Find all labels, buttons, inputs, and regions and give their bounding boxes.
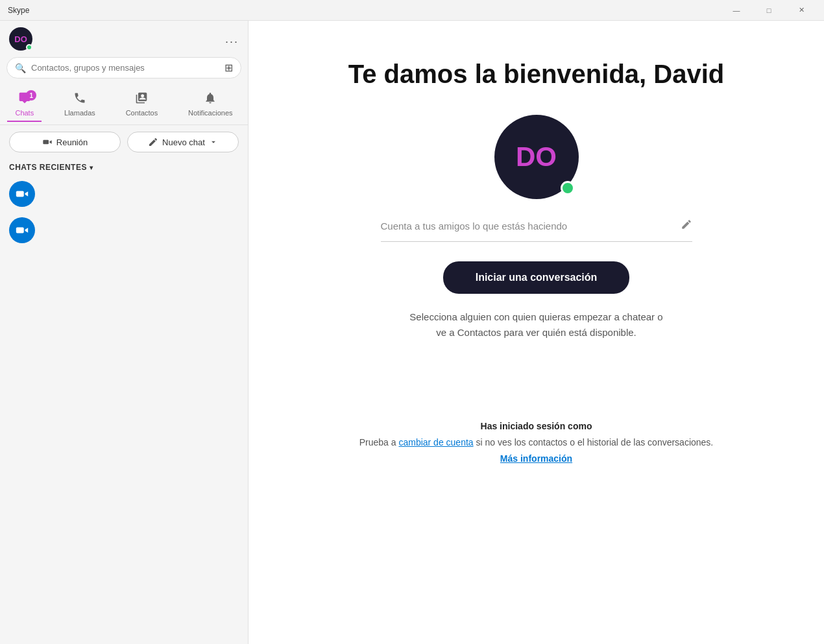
notifications-icon — [204, 91, 217, 108]
action-buttons: Reunión Nuevo chat — [0, 125, 248, 159]
svg-rect-0 — [43, 140, 49, 145]
svg-rect-2 — [16, 227, 24, 233]
meeting-icon — [42, 137, 53, 147]
video-call-icon-1 — [15, 187, 29, 201]
maximize-button[interactable]: □ — [754, 0, 784, 21]
start-conversation-button[interactable]: Iniciar una conversación — [443, 261, 630, 294]
contacts-icon — [135, 91, 148, 108]
tab-chats-label: Chats — [15, 109, 34, 117]
calls-icon — [73, 91, 86, 108]
bottom-text-1: Prueba a — [359, 437, 399, 447]
tab-calls-label: Llamadas — [64, 109, 95, 117]
window-controls: — □ ✕ — [721, 0, 816, 21]
status-placeholder: Cuenta a tus amigos lo que estás haciend… — [381, 221, 568, 232]
profile-online-dot — [561, 181, 575, 195]
tab-chats-badge: 1 — [26, 90, 36, 101]
svg-rect-1 — [16, 191, 24, 197]
new-chat-button[interactable]: Nuevo chat — [127, 132, 239, 152]
tab-notifications[interactable]: Notificaciones — [180, 88, 240, 122]
more-options-button[interactable]: ... — [225, 32, 239, 46]
video-call-icon-2 — [15, 223, 29, 237]
user-avatar[interactable]: DO — [9, 27, 32, 51]
sidebar: DO ... 🔍 ⊞ 1 Chats — [0, 21, 248, 644]
edit-status-icon[interactable] — [681, 219, 692, 233]
search-input[interactable] — [31, 63, 219, 73]
tab-notifications-label: Notificaciones — [188, 109, 232, 117]
welcome-title: Te damos la bienvenida, David — [348, 60, 724, 89]
chat-avatar-1 — [9, 181, 35, 207]
profile-avatar: DO — [494, 115, 579, 199]
app-body: DO ... 🔍 ⊞ 1 Chats — [0, 21, 824, 644]
search-icon: 🔍 — [15, 63, 26, 73]
grid-icon[interactable]: ⊞ — [224, 62, 233, 74]
chat-item-1[interactable] — [0, 176, 248, 212]
tab-chats[interactable]: 1 Chats — [7, 88, 42, 122]
tab-contacts-label: Contactos — [126, 109, 158, 117]
description-text: Selecciona alguien con quien quieras emp… — [407, 309, 666, 340]
logged-in-label: Has iniciado sesión como — [481, 421, 592, 431]
more-info-link[interactable]: Más información — [359, 451, 714, 467]
tab-calls[interactable]: Llamadas — [56, 88, 103, 122]
close-button[interactable]: ✕ — [786, 0, 816, 21]
bottom-text-2: si no ves los contactos o el historial d… — [476, 437, 714, 447]
meeting-button[interactable]: Reunión — [9, 132, 121, 152]
online-status-dot — [26, 44, 32, 51]
titlebar: Skype — □ ✕ — [0, 0, 824, 21]
chat-avatar-2 — [9, 217, 35, 243]
change-account-link[interactable]: cambiar de cuenta — [398, 437, 473, 447]
chevron-icon: ▾ — [90, 164, 93, 171]
bottom-info: Has iniciado sesión como Prueba a cambia… — [359, 418, 714, 468]
minimize-button[interactable]: — — [721, 0, 751, 21]
search-bar: 🔍 ⊞ — [6, 57, 241, 78]
main-content: Te damos la bienvenida, David DO Cuenta … — [248, 21, 824, 644]
sidebar-header: DO ... — [0, 21, 248, 57]
tab-contacts[interactable]: Contactos — [118, 88, 166, 122]
recent-chats-header[interactable]: CHATS RECIENTES ▾ — [0, 159, 248, 176]
new-chat-icon — [148, 137, 158, 147]
status-bar: Cuenta a tus amigos lo que estás haciend… — [381, 219, 692, 242]
nav-tabs: 1 Chats Llamadas Contactos — [0, 85, 248, 125]
app-title: Skype — [8, 6, 29, 15]
chat-item-2[interactable] — [0, 212, 248, 248]
chevron-down-icon — [209, 137, 218, 147]
